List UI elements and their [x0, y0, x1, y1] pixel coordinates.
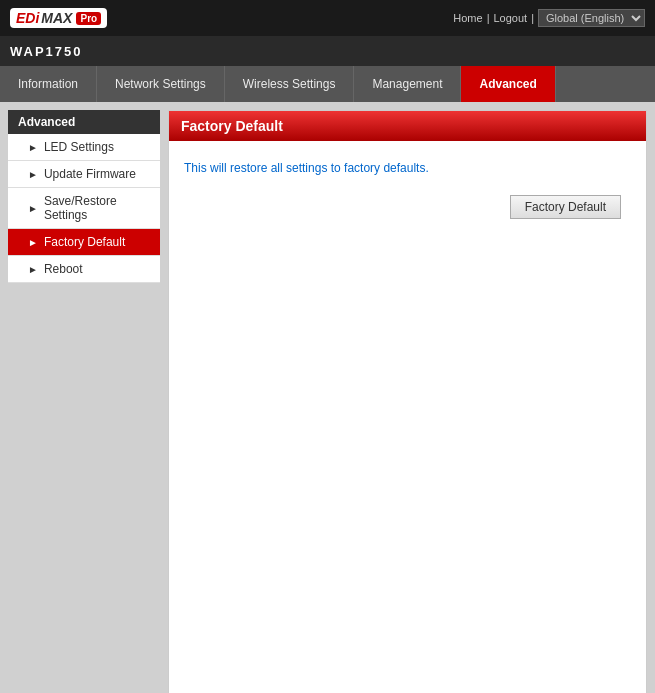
sidebar-label-reboot: Reboot [44, 262, 83, 276]
main-content: Factory Default This will restore all se… [168, 110, 647, 693]
sidebar-label-update-firmware: Update Firmware [44, 167, 136, 181]
sidebar-item-factory-default[interactable]: ► Factory Default [8, 229, 160, 256]
separator2: | [531, 12, 534, 24]
nav-advanced[interactable]: Advanced [461, 66, 555, 102]
sidebar-label-save-restore: Save/Restore Settings [44, 194, 150, 222]
sidebar-label-factory-default: Factory Default [44, 235, 125, 249]
nav-management[interactable]: Management [354, 66, 461, 102]
page-title: Factory Default [169, 111, 646, 141]
page-body: This will restore all settings to factor… [169, 141, 646, 239]
arrow-icon: ► [28, 169, 38, 180]
sidebar-item-update-firmware[interactable]: ► Update Firmware [8, 161, 160, 188]
arrow-icon: ► [28, 203, 38, 214]
device-name: WAP1750 [10, 44, 83, 59]
nav-network-settings[interactable]: Network Settings [97, 66, 225, 102]
arrow-icon: ► [28, 237, 38, 248]
arrow-icon: ► [28, 142, 38, 153]
separator1: | [487, 12, 490, 24]
edimax-logo: EDiMAX Pro [10, 8, 107, 28]
sidebar-item-save-restore[interactable]: ► Save/Restore Settings [8, 188, 160, 229]
sidebar-item-led-settings[interactable]: ► LED Settings [8, 134, 160, 161]
language-select[interactable]: Global (English) [538, 9, 645, 27]
sidebar: Advanced ► LED Settings ► Update Firmwar… [8, 110, 160, 693]
top-links: Home | Logout | Global (English) [453, 9, 645, 27]
logo-edi: EDi [16, 10, 39, 26]
sidebar-item-reboot[interactable]: ► Reboot [8, 256, 160, 283]
restore-text: This will restore all settings to factor… [184, 161, 631, 175]
factory-default-button[interactable]: Factory Default [510, 195, 621, 219]
nav-bar: Information Network Settings Wireless Se… [0, 66, 655, 102]
logo-area: EDiMAX Pro [10, 8, 107, 28]
logo-pro: Pro [76, 12, 101, 25]
nav-information[interactable]: Information [0, 66, 97, 102]
nav-wireless-settings[interactable]: Wireless Settings [225, 66, 355, 102]
device-bar: WAP1750 [0, 36, 655, 66]
top-bar: EDiMAX Pro Home | Logout | Global (Engli… [0, 0, 655, 36]
logout-link[interactable]: Logout [493, 12, 527, 24]
content-wrapper: Advanced ► LED Settings ► Update Firmwar… [0, 102, 655, 693]
sidebar-header: Advanced [8, 110, 160, 134]
arrow-icon: ► [28, 264, 38, 275]
logo-max: MAX [41, 10, 72, 26]
home-link[interactable]: Home [453, 12, 482, 24]
sidebar-label-led-settings: LED Settings [44, 140, 114, 154]
